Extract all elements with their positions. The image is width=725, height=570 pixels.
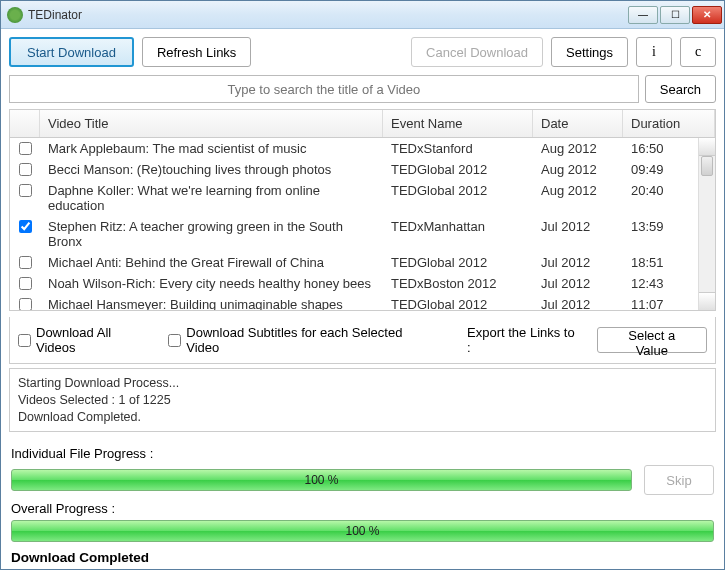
export-select-button[interactable]: Select a Value — [597, 327, 707, 353]
start-download-button[interactable]: Start Download — [9, 37, 134, 67]
cell-title: Becci Manson: (Re)touching lives through… — [40, 162, 383, 177]
info-button[interactable]: i — [636, 37, 672, 67]
col-checkbox — [10, 110, 40, 137]
log-line: Videos Selected : 1 of 1225 — [18, 392, 707, 409]
table-row[interactable]: Stephen Ritz: A teacher growing green in… — [10, 216, 715, 252]
cell-title: Noah Wilson-Rich: Every city needs healt… — [40, 276, 383, 291]
scrollbar-thumb[interactable] — [701, 156, 713, 176]
cell-date: Aug 2012 — [533, 183, 623, 198]
app-window: TEDinator — ☐ ✕ Start Download Refresh L… — [0, 0, 725, 570]
col-duration[interactable]: Duration — [623, 110, 715, 137]
cell-date: Aug 2012 — [533, 162, 623, 177]
settings-button[interactable]: Settings — [551, 37, 628, 67]
cell-date: Jul 2012 — [533, 276, 623, 291]
overall-progress-label: Overall Progress : — [11, 501, 714, 516]
download-subs-checkbox[interactable]: Download Subtitles for each Selected Vid… — [168, 325, 431, 355]
table-body: Mark Applebaum: The mad scientist of mus… — [10, 138, 715, 310]
cell-title: Michael Anti: Behind the Great Firewall … — [40, 255, 383, 270]
log-line: Download Completed. — [18, 409, 707, 426]
status-text: Download Completed — [11, 550, 714, 565]
cell-date: Aug 2012 — [533, 141, 623, 156]
refresh-links-button[interactable]: Refresh Links — [142, 37, 251, 67]
search-button[interactable]: Search — [645, 75, 716, 103]
cell-event: TEDGlobal 2012 — [383, 255, 533, 270]
video-table: Video Title Event Name Date Duration Mar… — [9, 109, 716, 311]
download-all-input[interactable] — [18, 334, 31, 347]
cell-date: Jul 2012 — [533, 219, 623, 234]
table-row[interactable]: Becci Manson: (Re)touching lives through… — [10, 159, 715, 180]
table-header: Video Title Event Name Date Duration — [10, 110, 715, 138]
download-subs-input[interactable] — [168, 334, 181, 347]
individual-progress-text: 100 % — [12, 470, 631, 490]
individual-progress-row: 100 % Skip — [11, 465, 714, 495]
skip-button: Skip — [644, 465, 714, 495]
individual-progress-label: Individual File Progress : — [11, 446, 714, 461]
cell-event: TEDGlobal 2012 — [383, 297, 533, 310]
maximize-button[interactable]: ☐ — [660, 6, 690, 24]
row-checkbox[interactable] — [19, 220, 32, 233]
minimize-button[interactable]: — — [628, 6, 658, 24]
cancel-download-button: Cancel Download — [411, 37, 543, 67]
individual-progress-bar: 100 % — [11, 469, 632, 491]
cell-date: Jul 2012 — [533, 255, 623, 270]
col-event[interactable]: Event Name — [383, 110, 533, 137]
options-bar: Download All Videos Download Subtitles f… — [9, 317, 716, 364]
row-checkbox[interactable] — [19, 256, 32, 269]
search-row: Search — [1, 75, 724, 109]
row-checkbox[interactable] — [19, 163, 32, 176]
download-all-checkbox[interactable]: Download All Videos — [18, 325, 150, 355]
cell-event: TEDxBoston 2012 — [383, 276, 533, 291]
search-input[interactable] — [9, 75, 639, 103]
table-row[interactable]: Daphne Koller: What we're learning from … — [10, 180, 715, 216]
row-checkbox[interactable] — [19, 298, 32, 310]
cell-title: Michael Hansmeyer: Building unimaginable… — [40, 297, 383, 310]
credits-button[interactable]: c — [680, 37, 716, 67]
export-label: Export the Links to : — [467, 325, 579, 355]
cell-title: Daphne Koller: What we're learning from … — [40, 183, 383, 213]
row-checkbox[interactable] — [19, 277, 32, 290]
cell-event: TEDxStanford — [383, 141, 533, 156]
cell-date: Jul 2012 — [533, 297, 623, 310]
overall-progress-bar: 100 % — [11, 520, 714, 542]
table-row[interactable]: Mark Applebaum: The mad scientist of mus… — [10, 138, 715, 159]
log-line: Starting Download Process... — [18, 375, 707, 392]
cell-title: Mark Applebaum: The mad scientist of mus… — [40, 141, 383, 156]
table-row[interactable]: Michael Hansmeyer: Building unimaginable… — [10, 294, 715, 310]
row-checkbox[interactable] — [19, 184, 32, 197]
window-controls: — ☐ ✕ — [628, 6, 724, 24]
toolbar: Start Download Refresh Links Cancel Down… — [1, 29, 724, 75]
table-row[interactable]: Noah Wilson-Rich: Every city needs healt… — [10, 273, 715, 294]
titlebar[interactable]: TEDinator — ☐ ✕ — [1, 1, 724, 29]
col-date[interactable]: Date — [533, 110, 623, 137]
app-title: TEDinator — [28, 8, 628, 22]
app-icon — [7, 7, 23, 23]
close-button[interactable]: ✕ — [692, 6, 722, 24]
row-checkbox[interactable] — [19, 142, 32, 155]
cell-event: TEDGlobal 2012 — [383, 162, 533, 177]
table-row[interactable]: Michael Anti: Behind the Great Firewall … — [10, 252, 715, 273]
overall-progress-text: 100 % — [12, 521, 713, 541]
vertical-scrollbar[interactable] — [698, 138, 715, 310]
col-title[interactable]: Video Title — [40, 110, 383, 137]
log-box: Starting Download Process... Videos Sele… — [9, 368, 716, 432]
cell-title: Stephen Ritz: A teacher growing green in… — [40, 219, 383, 249]
cell-event: TEDxManhattan — [383, 219, 533, 234]
overall-progress-row: 100 % — [11, 520, 714, 542]
cell-event: TEDGlobal 2012 — [383, 183, 533, 198]
